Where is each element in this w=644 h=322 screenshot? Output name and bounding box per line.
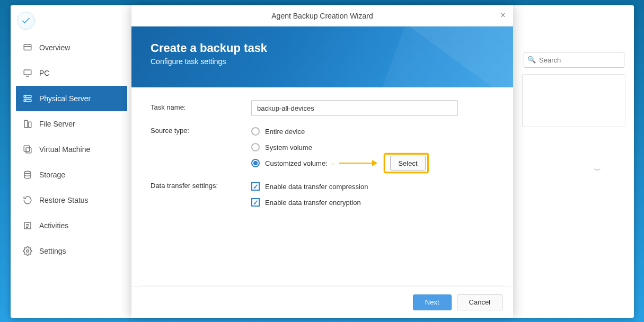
- sidebar-item-label: Storage: [39, 171, 65, 179]
- sidebar-item-file-server[interactable]: File Server: [16, 111, 127, 137]
- dialog-header: Create a backup task Configure task sett…: [131, 26, 513, 87]
- checkbox-encryption[interactable]: [251, 198, 260, 207]
- annotation-dash: ---: [330, 159, 334, 167]
- dialog-footer: Next Cancel: [131, 286, 513, 318]
- file-server-icon: [22, 119, 33, 129]
- svg-point-21: [27, 250, 29, 253]
- pc-icon: [22, 68, 33, 78]
- search-input[interactable]: [524, 52, 624, 68]
- right-panel[interactable]: ﹀: [522, 74, 625, 127]
- chevron-down-icon[interactable]: ﹀: [594, 166, 601, 175]
- header-subtitle: Configure task settings: [151, 57, 494, 66]
- annotation-arrow-icon: [339, 163, 376, 164]
- sidebar-item-pc[interactable]: PC: [16, 60, 127, 86]
- svg-rect-4: [24, 44, 31, 50]
- vm-icon: [22, 144, 33, 155]
- radio-entire-device[interactable]: [251, 127, 260, 136]
- storage-icon: [22, 169, 33, 180]
- svg-rect-15: [26, 148, 31, 153]
- activities-icon: [22, 220, 33, 231]
- sidebar-item-label: Overview: [39, 43, 70, 52]
- label-source-type: Source type:: [151, 123, 251, 171]
- dialog-titlebar: Agent Backup Creation Wizard ×: [131, 5, 513, 26]
- restore-icon: [22, 195, 33, 205]
- sidebar-item-label: Physical Server: [39, 94, 91, 103]
- checkbox-label-encryption: Enable data transfer encryption: [265, 199, 361, 207]
- close-icon[interactable]: ×: [498, 11, 508, 20]
- checkbox-label-compression: Enable data transfer compression: [265, 183, 368, 191]
- sidebar-item-label: Activities: [39, 221, 68, 230]
- cancel-button[interactable]: Cancel: [457, 294, 502, 310]
- sidebar: Overview PC Physical Server File Server …: [16, 35, 127, 264]
- svg-rect-12: [24, 120, 28, 128]
- sidebar-item-label: File Server: [39, 120, 75, 128]
- label-data-transfer: Data transfer settings:: [151, 178, 251, 210]
- svg-point-11: [25, 100, 26, 101]
- gear-icon: [22, 246, 33, 256]
- overview-icon: [22, 42, 33, 53]
- sidebar-item-label: Virtual Machine: [39, 145, 90, 154]
- svg-point-10: [25, 96, 26, 97]
- checkbox-compression[interactable]: [251, 182, 260, 191]
- search-icon: 🔍: [527, 56, 536, 64]
- svg-rect-14: [24, 146, 30, 151]
- sidebar-item-restore-status[interactable]: Restore Status: [16, 187, 127, 213]
- sidebar-item-label: Restore Status: [39, 196, 89, 204]
- radio-label-customized-volume: Customized volume:: [265, 159, 328, 167]
- next-button[interactable]: Next: [413, 294, 452, 310]
- svg-rect-6: [24, 70, 31, 75]
- sidebar-item-storage[interactable]: Storage: [16, 162, 127, 187]
- radio-label-system-volume: System volume: [265, 144, 312, 151]
- sidebar-item-label: Settings: [39, 247, 66, 255]
- task-name-input[interactable]: [251, 100, 458, 116]
- app-logo-icon: [17, 12, 35, 30]
- radio-system-volume[interactable]: [251, 143, 260, 151]
- sidebar-item-virtual-machine[interactable]: Virtual Machine: [16, 137, 127, 162]
- server-icon: [22, 93, 33, 104]
- search-container: 🔍: [524, 52, 624, 68]
- annotation-highlight: Select: [384, 153, 428, 173]
- header-title: Create a backup task: [151, 41, 494, 55]
- svg-point-16: [24, 171, 31, 174]
- sidebar-item-physical-server[interactable]: Physical Server: [16, 86, 127, 111]
- dialog-title: Agent Backup Creation Wizard: [271, 12, 373, 20]
- sidebar-item-settings[interactable]: Settings: [16, 238, 127, 264]
- radio-customized-volume[interactable]: [251, 159, 260, 167]
- dialog-body: Task name: Source type: Entire device Sy…: [131, 87, 513, 285]
- svg-rect-13: [29, 122, 31, 128]
- sidebar-item-activities[interactable]: Activities: [16, 213, 127, 238]
- sidebar-item-label: PC: [39, 69, 49, 77]
- wizard-dialog: Agent Backup Creation Wizard × Create a …: [131, 5, 513, 318]
- radio-label-entire-device: Entire device: [265, 128, 305, 136]
- label-task-name: Task name:: [151, 100, 251, 116]
- select-button[interactable]: Select: [390, 156, 425, 171]
- sidebar-item-overview[interactable]: Overview: [16, 35, 127, 60]
